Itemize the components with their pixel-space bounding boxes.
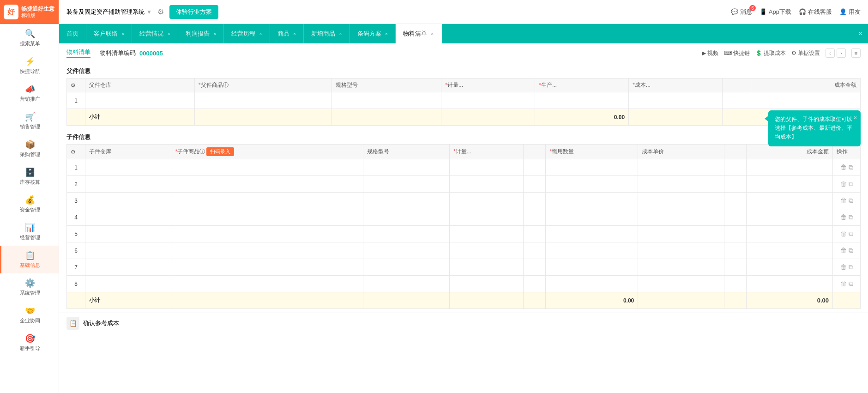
shortcut-btn[interactable]: ⌨ 快捷键 — [724, 49, 750, 57]
child-cell-quantity-1[interactable] — [546, 159, 638, 176]
child-cell-spec-5[interactable] — [363, 226, 449, 242]
copy-icon-3[interactable]: ⧉ — [849, 197, 853, 205]
child-cell-product-5[interactable] — [171, 226, 363, 242]
tooltip-close-btn[interactable]: × — [853, 113, 857, 123]
child-cell-unit-2[interactable] — [449, 176, 523, 193]
child-cell-spec-1[interactable] — [363, 159, 449, 176]
bottom-icon-btn[interactable]: 📋 — [66, 317, 79, 330]
next-btn[interactable]: › — [837, 48, 846, 58]
child-cell-quantity-4[interactable] — [546, 209, 638, 226]
child-cell-product-1[interactable] — [171, 159, 363, 176]
tab-profit-close-icon[interactable]: × — [213, 31, 216, 36]
child-cell-product-8[interactable] — [171, 276, 363, 292]
user-menu[interactable]: 👤 用友 — [839, 8, 861, 16]
child-cell-unit-cost-6[interactable] — [638, 242, 724, 259]
copy-icon-5[interactable]: ⧉ — [849, 230, 853, 238]
child-cell-warehouse-4[interactable] — [85, 209, 171, 226]
copy-icon-7[interactable]: ⧉ — [849, 263, 853, 271]
tab-profit[interactable]: 利润报告 × — [178, 24, 224, 43]
system-title-selector[interactable]: 装备及固定资产辅助管理系统 ▼ — [66, 8, 152, 16]
child-cell-warehouse-8[interactable] — [85, 276, 171, 292]
sidebar-item-enterprise[interactable]: 🤝 企业协同 — [0, 301, 59, 329]
child-cell-unit-5[interactable] — [449, 226, 523, 242]
child-cell-unit-cost-5[interactable] — [638, 226, 724, 242]
parent-cell-cost[interactable] — [629, 92, 723, 109]
child-cell-warehouse-6[interactable] — [85, 242, 171, 259]
sidebar-item-basic-info[interactable]: 📋 基础信息 — [0, 246, 59, 273]
view-video-btn[interactable]: ▶ 视频 — [702, 49, 718, 57]
parent-cell-product[interactable] — [194, 92, 332, 109]
child-cell-unit-cost-8[interactable] — [638, 276, 724, 292]
sidebar-item-inventory[interactable]: 🗄️ 库存核算 — [0, 163, 59, 190]
child-cell-unit-3[interactable] — [449, 193, 523, 209]
child-cell-warehouse-7[interactable] — [85, 259, 171, 276]
tab-history[interactable]: 经营历程 × — [224, 24, 270, 43]
trial-btn[interactable]: 体验行业方案 — [169, 5, 218, 19]
tab-goods-close-icon[interactable]: × — [293, 31, 296, 36]
sidebar-item-marketing[interactable]: 📣 营销推广 — [0, 79, 59, 107]
tab-barcode[interactable]: 条码方案 × — [350, 24, 396, 43]
parent-cell-production[interactable] — [535, 92, 629, 109]
child-cell-warehouse-1[interactable] — [85, 159, 171, 176]
sidebar-item-purchase[interactable]: 📦 采购管理 — [0, 135, 59, 163]
parent-cell-unit[interactable] — [441, 92, 535, 109]
child-cell-product-7[interactable] — [171, 259, 363, 276]
delete-icon-7[interactable]: 🗑 — [840, 263, 847, 271]
tab-bom[interactable]: 物料清单 × — [396, 24, 441, 43]
tab-history-close-icon[interactable]: × — [259, 31, 262, 36]
parent-cell-spec[interactable] — [332, 92, 441, 109]
child-cell-spec-7[interactable] — [363, 259, 449, 276]
copy-icon-2[interactable]: ⧉ — [849, 180, 853, 188]
delete-icon-8[interactable]: 🗑 — [840, 280, 847, 288]
child-cell-product-2[interactable] — [171, 176, 363, 193]
sidebar-item-guide[interactable]: 🎯 新手引导 — [0, 329, 59, 357]
settings-gear-icon[interactable]: ⚙ — [157, 7, 164, 16]
sidebar-item-system[interactable]: ⚙️ 系统管理 — [0, 273, 59, 301]
sidebar-item-quick-nav[interactable]: ⚡ 快捷导航 — [0, 52, 59, 79]
child-cell-quantity-8[interactable] — [546, 276, 638, 292]
child-cell-unit-6[interactable] — [449, 242, 523, 259]
sub-tab-bom[interactable]: 物料清单 — [66, 48, 90, 58]
sidebar-item-finance[interactable]: 💰 资金管理 — [0, 190, 59, 218]
delete-icon-6[interactable]: 🗑 — [840, 247, 847, 254]
child-cell-warehouse-3[interactable] — [85, 193, 171, 209]
child-cell-unit-cost-7[interactable] — [638, 259, 724, 276]
extract-cost-btn[interactable]: 💲 提取成本 — [755, 49, 786, 57]
child-cell-spec-4[interactable] — [363, 209, 449, 226]
child-cell-spec-2[interactable] — [363, 176, 449, 193]
delete-icon-4[interactable]: 🗑 — [840, 213, 847, 221]
menu-btn[interactable]: ≡ — [851, 48, 861, 58]
child-cell-quantity-5[interactable] — [546, 226, 638, 242]
tab-close-all-btn[interactable]: × — [853, 30, 868, 38]
delete-icon-3[interactable]: 🗑 — [840, 197, 847, 205]
online-service-btn[interactable]: 🎧 在线客服 — [799, 8, 832, 16]
tab-operations[interactable]: 经营情况 × — [132, 24, 178, 43]
child-cell-spec-3[interactable] — [363, 193, 449, 209]
sidebar-item-search[interactable]: 🔍 搜索菜单 — [0, 24, 59, 52]
tab-bom-close-icon[interactable]: × — [431, 31, 434, 36]
tab-barcode-close-icon[interactable]: × — [385, 31, 388, 36]
child-cell-unit-7[interactable] — [449, 259, 523, 276]
child-cell-unit-cost-1[interactable] — [638, 159, 724, 176]
child-cell-product-6[interactable] — [171, 242, 363, 259]
prev-btn[interactable]: ‹ — [826, 48, 835, 58]
child-cell-quantity-7[interactable] — [546, 259, 638, 276]
tab-new-goods-close-icon[interactable]: × — [339, 31, 342, 36]
child-cell-unit-8[interactable] — [449, 276, 523, 292]
copy-icon-8[interactable]: ⧉ — [849, 280, 853, 288]
child-cell-product-4[interactable] — [171, 209, 363, 226]
copy-icon-4[interactable]: ⧉ — [849, 213, 853, 221]
app-download-btn[interactable]: 📱 App下载 — [760, 8, 791, 16]
tab-customer-close-icon[interactable]: × — [121, 31, 124, 36]
delete-icon-1[interactable]: 🗑 — [840, 163, 847, 171]
tab-goods[interactable]: 商品 × — [270, 24, 304, 43]
child-cell-unit-cost-2[interactable] — [638, 176, 724, 193]
child-cell-warehouse-5[interactable] — [85, 226, 171, 242]
child-cell-quantity-6[interactable] — [546, 242, 638, 259]
message-btn[interactable]: 💬 消息 6 — [731, 8, 752, 16]
child-cell-spec-8[interactable] — [363, 276, 449, 292]
tab-new-goods[interactable]: 新增商品 × — [304, 24, 350, 43]
single-settings-btn[interactable]: ⚙ 单据设置 — [791, 49, 820, 57]
tab-customer[interactable]: 客户联络 × — [86, 24, 132, 43]
delete-icon-5[interactable]: 🗑 — [840, 230, 847, 238]
